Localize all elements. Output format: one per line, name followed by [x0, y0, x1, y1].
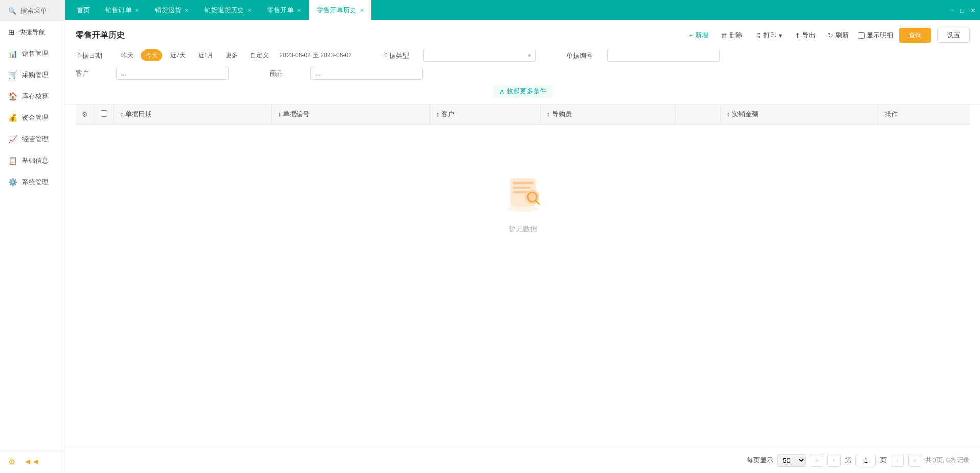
page-label: 页	[880, 456, 887, 465]
collapse-button[interactable]: ∧ 收起更多条件	[493, 85, 553, 98]
print-icon: 🖨	[755, 32, 761, 39]
empty-state: 暂无数据	[76, 125, 970, 275]
export-label: 导出	[802, 31, 816, 40]
tab-sales-order-close[interactable]: ✕	[135, 7, 139, 14]
date-btn-more[interactable]: 更多	[221, 49, 243, 61]
filter-dates: 昨天 今天 近7天 近1月 更多 自定义 2023-06-02 至 2023-0…	[116, 49, 352, 61]
display-checkbox[interactable]	[858, 32, 865, 39]
settings-button[interactable]: 设置	[937, 28, 970, 43]
sidebar-item-sales-mgmt[interactable]: 📊 销售管理	[0, 43, 65, 64]
doc-type-select[interactable]: ▾	[423, 49, 536, 62]
customer-select[interactable]: ...	[116, 67, 229, 80]
tab-retail-history-label: 零售开单历史	[317, 6, 356, 15]
date-btn-custom[interactable]: 自定义	[246, 49, 273, 61]
date-range-display: 2023-06-02 至 2023-06-02	[279, 51, 351, 60]
filter-row-1: 单据日期 昨天 今天 近7天 近1月 更多 自定义 2023-06-02 至 2…	[76, 49, 970, 62]
delete-label: 删除	[729, 31, 743, 40]
doc-no-input[interactable]	[607, 49, 720, 62]
sidebar-item-finance-label: 资金管理	[22, 113, 49, 122]
sidebar-item-business-mgmt[interactable]: 📈 经营管理	[0, 129, 65, 150]
tab-home-label: 首页	[77, 6, 90, 15]
tab-sales-order-label: 销售订单	[105, 6, 132, 15]
sidebar-item-purchase-label: 采购管理	[22, 70, 49, 80]
print-dropdown-icon: ▾	[779, 32, 782, 39]
maximize-button[interactable]: □	[960, 7, 964, 14]
print-button[interactable]: 🖨 打印 ▾	[752, 29, 785, 42]
sidebar-item-finance-mgmt[interactable]: 💰 资金管理	[0, 107, 65, 129]
data-table: ⚙ ↕ 单据日期 ↕ 单据编号	[76, 105, 970, 125]
goods-select[interactable]: ...	[310, 67, 423, 80]
table-wrapper: ⚙ ↕ 单据日期 ↕ 单据编号	[65, 105, 980, 275]
print-label: 打印	[763, 31, 777, 40]
date-btn-today[interactable]: 今天	[141, 49, 162, 61]
sidebar-item-inventory[interactable]: 🏠 库存核算	[0, 86, 65, 107]
tab-sales-return-close[interactable]: ✕	[184, 7, 189, 14]
select-all-checkbox[interactable]	[101, 110, 107, 117]
goods-label: 商品	[270, 69, 300, 78]
tab-home[interactable]: 首页	[69, 0, 97, 20]
search-icon: 🔍	[8, 7, 16, 15]
collapse-sidebar-icon[interactable]: ◄◄	[23, 457, 40, 467]
refresh-label: 刷新	[835, 31, 849, 40]
th-settings[interactable]: ⚙	[76, 105, 94, 125]
sidebar-search[interactable]: 🔍 搜索采单	[0, 0, 65, 21]
add-button[interactable]: + 新增	[686, 29, 711, 42]
date-btn-last30[interactable]: 近1月	[194, 49, 219, 61]
prev-page-button[interactable]: ‹	[827, 454, 841, 467]
tab-sales-return[interactable]: 销货退货 ✕	[148, 0, 196, 20]
th-customer[interactable]: ↕ 客户	[429, 105, 540, 125]
sidebar-item-basic-info[interactable]: 📋 基础信息	[0, 150, 65, 171]
first-page-button[interactable]: «	[810, 454, 823, 467]
doc-type-label: 单据类型	[383, 51, 413, 60]
minimize-button[interactable]: ─	[949, 7, 954, 14]
settings-bottom-icon[interactable]: ⚙	[8, 457, 15, 467]
close-button[interactable]: ✕	[970, 7, 976, 14]
sidebar-item-purchase-mgmt[interactable]: 🛒 采购管理	[0, 64, 65, 86]
th-customer-label: ↕ 客户	[436, 110, 455, 118]
tab-retail-open-close[interactable]: ✕	[297, 7, 301, 14]
sidebar-item-quick-nav-label: 快捷导航	[19, 28, 45, 37]
th-checkbox[interactable]	[94, 105, 114, 125]
date-btn-yesterday[interactable]: 昨天	[116, 49, 138, 61]
date-btn-last7[interactable]: 近7天	[165, 49, 190, 61]
main-content: 首页 销售订单 ✕ 销货退货 ✕ 销货退货历史 ✕ 零售开单 ✕ 零售开单历史 …	[65, 0, 980, 473]
tab-sales-order[interactable]: 销售订单 ✕	[98, 0, 147, 20]
page-input[interactable]	[855, 455, 876, 466]
sidebar-bottom: ⚙ ◄◄	[0, 451, 65, 473]
refresh-icon: ↻	[828, 32, 833, 39]
system-mgmt-icon: ⚙️	[8, 178, 18, 187]
business-mgmt-icon: 📈	[8, 135, 18, 144]
date-filter-label: 单据日期	[76, 51, 106, 60]
basic-info-icon: 📋	[8, 156, 18, 165]
total-info: 共0页, 0条记录	[925, 456, 970, 465]
svg-point-0	[508, 206, 538, 212]
sidebar-item-inventory-label: 库存核算	[22, 92, 49, 101]
gear-icon: ⚙	[82, 111, 88, 118]
delete-button[interactable]: 🗑 删除	[718, 29, 746, 42]
tabs-bar: 首页 销售订单 ✕ 销货退货 ✕ 销货退货历史 ✕ 零售开单 ✕ 零售开单历史 …	[65, 0, 980, 20]
export-button[interactable]: ⬆ 导出	[792, 29, 819, 42]
next-page-button[interactable]: ›	[891, 454, 904, 467]
page-size-label: 每页显示	[747, 456, 773, 465]
th-salesperson[interactable]: ↕ 导购员	[540, 105, 675, 125]
sidebar-item-system-mgmt[interactable]: ⚙️ 系统管理	[0, 171, 65, 193]
tab-retail-history-close[interactable]: ✕	[360, 7, 364, 14]
table-header-row: ⚙ ↕ 单据日期 ↕ 单据编号	[76, 105, 970, 125]
display-toggle[interactable]: 显示明细	[858, 31, 893, 40]
th-amount[interactable]: ↕ 实销金额	[720, 105, 878, 125]
tab-sales-return-history-close[interactable]: ✕	[247, 7, 252, 14]
sidebar-item-quick-nav[interactable]: ⊞ 快捷导航	[0, 21, 65, 43]
page-size-select[interactable]: 10 20 50 100	[777, 454, 806, 467]
page-content: 零售开单历史 + 新增 🗑 删除 🖨 打印 ▾ ⬆ 导出	[65, 20, 980, 473]
th-no-label: ↕ 单据编号	[278, 110, 309, 118]
query-button[interactable]: 查询	[899, 28, 931, 43]
th-no[interactable]: ↕ 单据编号	[272, 105, 429, 125]
last-page-button[interactable]: »	[908, 454, 921, 467]
tab-sales-return-label: 销货退货	[155, 6, 181, 15]
tab-retail-history[interactable]: 零售开单历史 ✕	[309, 0, 371, 20]
th-date[interactable]: ↕ 单据日期	[114, 105, 272, 125]
tab-retail-open[interactable]: 零售开单 ✕	[260, 0, 308, 20]
refresh-button[interactable]: ↻ 刷新	[825, 29, 852, 42]
purchase-mgmt-icon: 🛒	[8, 70, 18, 80]
tab-sales-return-history[interactable]: 销货退货历史 ✕	[197, 0, 259, 20]
